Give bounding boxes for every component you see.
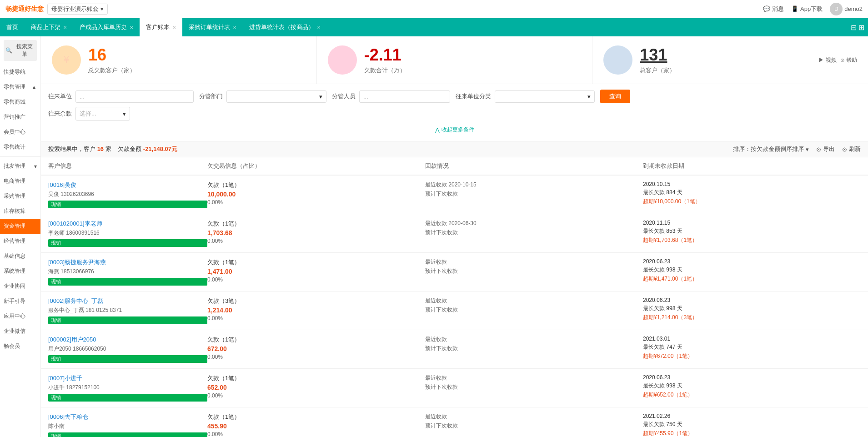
debt-amount-5: 652.00 — [207, 384, 425, 391]
dept-label: 分管部门 — [199, 92, 223, 100]
debt-amount-0: 10,000.00 — [207, 191, 425, 198]
sidebar-item-purchase[interactable]: 采购管理 — [0, 189, 40, 204]
sidebar-item-enterprise-wechat[interactable]: 企业微信 — [0, 324, 40, 339]
result-bar: 搜索结果中，客户 16 家 欠款金额 -21,148.07元 排序：按欠款金额倒… — [41, 141, 868, 157]
user-profile[interactable]: D demo2 — [830, 3, 863, 15]
overdue-link-0[interactable]: 超期¥10,000.00（1笔） — [643, 198, 861, 206]
overdue-link-5[interactable]: 超期¥652.00（1笔） — [643, 391, 861, 399]
sidebar-item-quick-nav: 快捷导航 — [0, 65, 40, 80]
overdue-link-3[interactable]: 超期¥1,214.00（3笔） — [643, 314, 861, 321]
sidebar-item-capital[interactable]: 资金管理 — [0, 219, 40, 234]
customer-phone-1: 李老师 18600391516 — [48, 229, 207, 237]
customer-name-6[interactable]: [0006]去下粮仓 — [48, 413, 207, 421]
sidebar-item-basic-info[interactable]: 基础信息 — [0, 249, 40, 264]
from-unit-input[interactable]: ... — [75, 90, 194, 103]
sidebar-item-retail-mall[interactable]: 零售商城 — [0, 95, 40, 110]
collapse-button[interactable]: ⋀ 收起更多条件 — [435, 126, 474, 134]
customer-name-4[interactable]: [000002]用户2050 — [48, 336, 207, 344]
sidebar-item-ecom[interactable]: 电商管理 — [0, 174, 40, 189]
unit-category-label: 往来单位分类 — [456, 92, 491, 100]
tab-purchase-stats[interactable]: 进货单统计表（按商品） ✕ — [243, 18, 327, 36]
debt-percent-4: 0.00% — [207, 354, 425, 360]
tab-product-history[interactable]: 产成品入库单历史 ✕ — [73, 18, 140, 36]
company-selector[interactable]: 母婴行业演示账套 ▾ — [47, 4, 108, 15]
search-menu-button[interactable]: 🔍 搜索菜单 — [4, 40, 37, 61]
sidebar-item-newbie[interactable]: 新手引导 — [0, 294, 40, 309]
sidebar-item-inventory[interactable]: 库存核算 — [0, 204, 40, 219]
debt-count-4: 欠款（1笔） — [207, 336, 425, 344]
overdue-link-2[interactable]: 超期¥1,471.00（1笔） — [643, 275, 861, 283]
debt-info-1: 欠款（1笔） 1,703.68 0.00% — [207, 220, 425, 244]
sidebar-item-batch-mgmt[interactable]: 批发管理 ▾ — [0, 159, 40, 174]
sidebar-item-member[interactable]: 会员中心 — [0, 125, 40, 140]
sidebar-item-business[interactable]: 经营管理 — [0, 234, 40, 249]
unit-category-select[interactable]: ▾ — [495, 90, 595, 103]
help-btn[interactable]: ⊙ 帮助 — [840, 56, 857, 64]
customer-name-5[interactable]: [0007]小进千 — [48, 374, 207, 382]
close-icon[interactable]: ✕ — [233, 25, 236, 30]
search-icon: 🔍 — [5, 47, 12, 54]
refresh-button[interactable]: ⊙ 刷新 — [842, 145, 861, 153]
amount-value: -21,148.07元 — [143, 146, 177, 152]
tab-bar: 首页 商品上下架 ✕ 产成品入库单历史 ✕ 客户账本 ✕ 采购订单统计表 ✕ 进… — [0, 18, 868, 36]
customer-name-3[interactable]: [0002]服务中心_丁磊 — [48, 297, 207, 305]
collection-info-0: 最近收款 2020-10-15 预计下次收款 — [425, 181, 643, 198]
sidebar-item-changyou[interactable]: 畅会员 — [0, 339, 40, 354]
person-input[interactable]: ... — [359, 90, 450, 103]
sidebar-item-marketing[interactable]: 营销推广 — [0, 110, 40, 125]
tab-minimize-icon[interactable]: ⊟ — [851, 23, 857, 32]
tab-customer-account[interactable]: 客户账本 ✕ — [140, 18, 182, 36]
tab-home[interactable]: 首页 — [0, 18, 25, 36]
customer-tag-3: 现销 — [48, 316, 207, 324]
debt-count-3: 欠款（3笔） — [207, 297, 425, 305]
stat-label-debt: 欠款合计（万） — [364, 66, 406, 75]
close-icon[interactable]: ✕ — [63, 25, 67, 30]
sort-selector[interactable]: 排序：按欠款金额倒序排序 ▾ — [733, 145, 809, 153]
close-icon[interactable]: ✕ — [130, 25, 133, 30]
customer-phone-3: 服务中心_丁磊 181 0125 8371 — [48, 306, 207, 314]
dept-select[interactable]: ▾ — [226, 90, 326, 103]
sidebar-item-app-center[interactable]: 应用中心 — [0, 309, 40, 324]
sidebar-item-enterprise-coop[interactable]: 企业协同 — [0, 279, 40, 294]
video-btn[interactable]: ▶ 视频 — [818, 56, 836, 64]
overdue-link-1[interactable]: 超期¥1,703.68（1笔） — [643, 236, 861, 244]
sidebar-search: 🔍 搜索菜单 — [0, 36, 40, 65]
close-icon[interactable]: ✕ — [317, 25, 321, 30]
chevron-up-icon: ⋀ — [435, 127, 440, 133]
due-info-6: 2021.02.26 最长欠款 750 天 超期¥455.90（1笔） — [643, 413, 861, 437]
customer-name-0[interactable]: [0016]吴俊 — [48, 181, 207, 189]
stat-label-total: 总客户（家） — [640, 66, 675, 75]
export-button[interactable]: ⊙ 导出 — [816, 145, 835, 153]
avatar: D — [830, 3, 843, 15]
overdue-link-4[interactable]: 超期¥672.00（1笔） — [643, 352, 861, 360]
customer-tag-1: 现销 — [48, 239, 207, 247]
app-download-btn[interactable]: 📱 App下载 — [791, 5, 823, 13]
debt-info-0: 欠款（1笔） 10,000.00 0.00% — [207, 181, 425, 206]
sidebar-item-retail-mgmt[interactable]: 零售管理 ▲ — [0, 80, 40, 95]
debt-info-4: 欠款（1笔） 672.00 0.00% — [207, 336, 425, 360]
message-btn[interactable]: 💬 消息 — [763, 5, 784, 13]
table-header: 客户信息 欠交易信息（占比） 回款情况 到期未收款日期 — [41, 157, 868, 176]
filter-remain: 往来余款 选择... ▾ — [48, 107, 130, 121]
tab-purchase-order[interactable]: 采购订单统计表 ✕ — [182, 18, 243, 36]
overdue-link-6[interactable]: 超期¥455.90（1笔） — [643, 430, 861, 437]
debt-count-1: 欠款（1笔） — [207, 220, 425, 228]
due-info-2: 2020.06.23 最长欠款 998 天 超期¥1,471.00（1笔） — [643, 258, 861, 283]
from-unit-placeholder: ... — [80, 93, 85, 100]
collection-info-2: 最近收款 预计下次收款 — [425, 258, 643, 275]
search-button[interactable]: 查询 — [600, 90, 630, 103]
sidebar-item-system[interactable]: 系统管理 — [0, 264, 40, 279]
sidebar-item-retail-stats[interactable]: 零售统计 — [0, 140, 40, 155]
chevron-down-icon: ▾ — [123, 111, 126, 117]
tab-goods[interactable]: 商品上下架 ✕ — [25, 18, 73, 36]
tab-maximize-icon[interactable]: ⊞ — [858, 23, 864, 32]
close-icon[interactable]: ✕ — [172, 25, 176, 30]
chevron-down-icon: ▾ — [100, 5, 104, 12]
customer-name-2[interactable]: [0003]畅捷服务尹海燕 — [48, 258, 207, 266]
filter-area: 往来单位 ... 分管部门 ▾ 分管人员 — [41, 84, 868, 141]
remain-select[interactable]: 选择... ▾ — [75, 107, 130, 121]
customer-name-1[interactable]: [0001020001]李老师 — [48, 220, 207, 228]
due-info-4: 2021.03.01 最长欠款 747 天 超期¥672.00（1笔） — [643, 336, 861, 360]
stat-card-right: ▶ 视频 ⊙ 帮助 — [818, 56, 857, 64]
debt-percent-0: 0.00% — [207, 199, 425, 206]
